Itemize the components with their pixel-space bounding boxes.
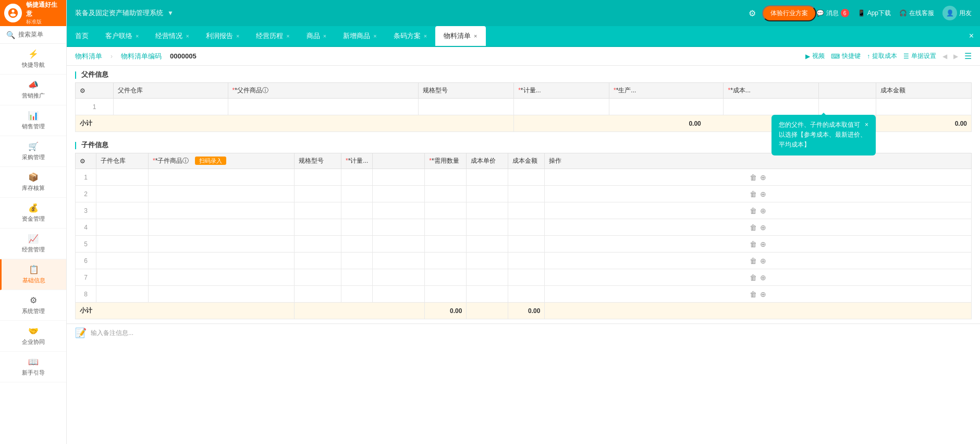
sidebar-item-快捷导航[interactable]: ⚡快捷导航 [0,44,66,75]
list-view-icon[interactable]: ☰ [964,51,972,61]
delete-icon[interactable]: 🗑 [750,290,757,298]
trial-button[interactable]: 体验行业方案 [762,5,816,21]
child-unit-price-cell[interactable] [467,169,508,186]
tab-close-icon[interactable]: × [286,33,289,39]
child-qty-cell[interactable] [425,236,467,253]
child-spec-cell[interactable] [295,253,341,269]
child-unit-cell[interactable] [341,219,373,236]
nav-tab-客户联络[interactable]: 客户联络× [97,26,147,46]
child-unit-cell[interactable] [341,169,373,186]
tab-close-icon[interactable]: × [186,33,189,39]
tab-close-icon[interactable]: × [323,33,326,39]
video-action[interactable]: ▶ 视频 [805,52,825,61]
sidebar-item-营销推广[interactable]: 📣营销推广 [0,75,66,105]
child-qty-cell[interactable] [425,169,467,186]
child-unit-cell[interactable] [341,186,373,202]
breadcrumb-list[interactable]: 物料清单 [75,52,102,61]
child-spec-cell[interactable] [295,269,341,286]
child-unit-price-cell[interactable] [467,186,508,202]
child-warehouse-cell[interactable] [96,286,149,303]
child-spec-cell[interactable] [295,202,341,219]
child-spec-cell[interactable] [295,186,341,202]
sidebar-item-基础信息[interactable]: 📋基础信息 [0,259,66,290]
nav-next-icon[interactable]: ▶ [953,53,958,60]
search-menu-item[interactable]: 🔍 搜索菜单 [0,26,66,44]
child-spec-cell[interactable] [295,236,341,253]
child-warehouse-cell[interactable] [96,269,149,286]
child-spec-cell[interactable] [295,219,341,236]
messages-button[interactable]: 💬 消息 6 [816,9,849,18]
tab-close-icon[interactable]: × [136,33,139,39]
doc-settings-action[interactable]: ☰ 单据设置 [903,52,936,61]
tab-close-icon[interactable]: × [236,33,239,39]
child-unit-cell[interactable] [341,269,373,286]
child-unit-cell[interactable] [341,253,373,269]
sidebar-item-资金管理[interactable]: 💰资金管理 [0,198,66,229]
child-product-cell[interactable] [149,202,295,219]
child-col-settings[interactable]: ⚙ [76,153,96,169]
child-warehouse-cell[interactable] [96,186,149,202]
child-warehouse-cell[interactable] [96,236,149,253]
parent-col-settings[interactable]: ⚙ [76,83,114,99]
child-product-cell[interactable] [149,253,295,269]
sidebar-item-经营管理[interactable]: 📈经营管理 [0,229,66,259]
child-unit-cell[interactable] [341,286,373,303]
child-spec-cell[interactable] [295,286,341,303]
child-warehouse-cell[interactable] [96,219,149,236]
sidebar-item-系统管理[interactable]: ⚙系统管理 [0,290,66,321]
child-warehouse-cell[interactable] [96,253,149,269]
parent-warehouse-cell[interactable] [114,99,228,115]
copy-icon[interactable]: ⊕ [760,273,766,282]
child-product-cell[interactable] [149,236,295,253]
app-download-button[interactable]: 📱 App下载 [858,9,891,18]
parent-product-cell[interactable] [228,99,419,115]
copy-icon[interactable]: ⊕ [760,223,766,232]
nav-tab-经营历程[interactable]: 经营历程× [248,26,298,46]
child-product-cell[interactable] [149,286,295,303]
tab-close-icon[interactable]: × [373,33,376,39]
sidebar-item-采购管理[interactable]: 🛒采购管理 [0,136,66,167]
copy-icon[interactable]: ⊕ [760,240,766,248]
delete-icon[interactable]: 🗑 [750,240,757,248]
child-unit-price-cell[interactable] [467,286,508,303]
child-unit-price-cell[interactable] [467,236,508,253]
child-unit-price-cell[interactable] [467,219,508,236]
shortcut-action[interactable]: ⌨ 快捷键 [831,52,861,61]
copy-icon[interactable]: ⊕ [760,173,766,182]
delete-icon[interactable]: 🗑 [750,223,757,232]
sidebar-item-库存核算[interactable]: 📦库存核算 [0,167,66,198]
delete-icon[interactable]: 🗑 [750,190,757,198]
delete-icon[interactable]: 🗑 [750,273,757,282]
child-qty-cell[interactable] [425,269,467,286]
tooltip-close-button[interactable]: × [865,120,868,130]
nav-tab-利润报告[interactable]: 利润报告× [198,26,248,46]
copy-icon[interactable]: ⊕ [760,257,766,265]
child-product-cell[interactable] [149,219,295,236]
nav-tab-物料清单[interactable]: 物料清单× [435,26,485,46]
copy-icon[interactable]: ⊕ [760,207,766,215]
parent-spec-cell[interactable] [419,99,514,115]
nav-prev-icon[interactable]: ◀ [942,53,947,60]
nav-tab-经营情况[interactable]: 经营情况× [147,26,197,46]
child-product-cell[interactable] [149,186,295,202]
parent-cost-cell[interactable] [724,99,819,115]
scan-button[interactable]: 扫码录入 [195,157,226,165]
child-spec-cell[interactable] [295,169,341,186]
child-qty-cell[interactable] [425,202,467,219]
child-qty-cell[interactable] [425,253,467,269]
child-qty-cell[interactable] [425,219,467,236]
sidebar-item-销售管理[interactable]: 📊销售管理 [0,105,66,136]
note-placeholder[interactable]: 输入备注信息... [91,329,133,338]
child-product-cell[interactable] [149,269,295,286]
parent-production-cell[interactable] [609,99,724,115]
delete-icon[interactable]: 🗑 [750,257,757,265]
child-unit-price-cell[interactable] [467,253,508,269]
child-unit-price-cell[interactable] [467,269,508,286]
settings-icon[interactable]: ⚙ [749,8,756,18]
child-unit-price-cell[interactable] [467,202,508,219]
online-service-button[interactable]: 🎧 在线客服 [899,9,934,18]
sidebar-item-新手引导[interactable]: 📖新手引导 [0,352,66,382]
delete-icon[interactable]: 🗑 [750,207,757,215]
child-product-cell[interactable] [149,169,295,186]
parent-unit-cell[interactable] [514,99,609,115]
